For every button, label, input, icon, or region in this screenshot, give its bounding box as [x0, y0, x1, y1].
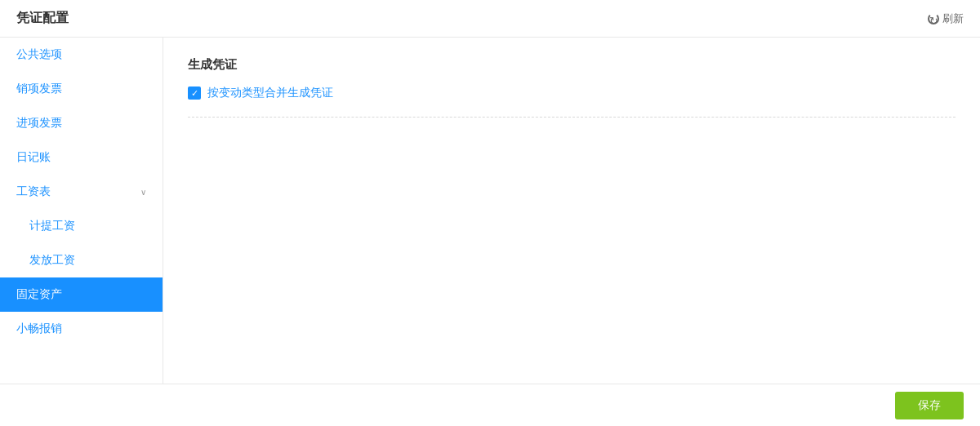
- sidebar-item-label: 小畅报销: [16, 322, 62, 336]
- main-layout: 公共选项销项发票进项发票日记账工资表∨计提工资发放工资固定资产小畅报销 生成凭证…: [0, 38, 980, 384]
- sidebar-item-journal[interactable]: 日记账: [0, 140, 163, 175]
- merge-checkbox[interactable]: ✓: [188, 87, 201, 100]
- sidebar-item-purchase-invoice[interactable]: 进项发票: [0, 106, 163, 140]
- page-wrapper: 凭证配置 ↻ 刷新 公共选项销项发票进项发票日记账工资表∨计提工资发放工资固定资…: [0, 0, 980, 426]
- sidebar-item-expense-report[interactable]: 小畅报销: [0, 312, 163, 346]
- page-title: 凭证配置: [16, 10, 69, 27]
- divider: [188, 117, 956, 118]
- sidebar-item-label: 公共选项: [16, 47, 62, 62]
- footer: 保存: [0, 384, 980, 426]
- refresh-label: 刷新: [942, 11, 964, 26]
- sidebar-item-label: 销项发票: [16, 82, 62, 96]
- sidebar-item-public-options[interactable]: 公共选项: [0, 38, 163, 72]
- sidebar-item-label: 固定资产: [16, 287, 62, 302]
- check-mark-icon: ✓: [191, 89, 198, 98]
- sidebar-item-label: 发放工资: [29, 253, 75, 268]
- checkbox-label[interactable]: 按变动类型合并生成凭证: [207, 86, 333, 100]
- content-area: 生成凭证 ✓ 按变动类型合并生成凭证: [163, 38, 980, 384]
- sidebar-item-label: 进项发票: [16, 116, 62, 131]
- refresh-icon: ↻: [928, 13, 939, 24]
- sidebar-item-calc-salary[interactable]: 计提工资: [0, 209, 163, 243]
- sidebar-item-sales-invoice[interactable]: 销项发票: [0, 72, 163, 106]
- section-title: 生成凭证: [188, 57, 956, 73]
- sidebar-item-fixed-assets[interactable]: 固定资产: [0, 277, 163, 312]
- refresh-button[interactable]: ↻ 刷新: [928, 11, 964, 26]
- header: 凭证配置 ↻ 刷新: [0, 0, 980, 38]
- sidebar-item-pay-salary[interactable]: 发放工资: [0, 243, 163, 277]
- chevron-down-icon: ∨: [140, 188, 146, 197]
- save-button[interactable]: 保存: [895, 392, 964, 419]
- sidebar: 公共选项销项发票进项发票日记账工资表∨计提工资发放工资固定资产小畅报销: [0, 38, 163, 384]
- sidebar-item-label: 计提工资: [29, 219, 75, 233]
- sidebar-item-label: 工资表: [16, 184, 51, 199]
- checkbox-row: ✓ 按变动类型合并生成凭证: [188, 86, 956, 100]
- sidebar-item-payroll-table[interactable]: 工资表∨: [0, 175, 163, 209]
- sidebar-item-label: 日记账: [16, 150, 51, 165]
